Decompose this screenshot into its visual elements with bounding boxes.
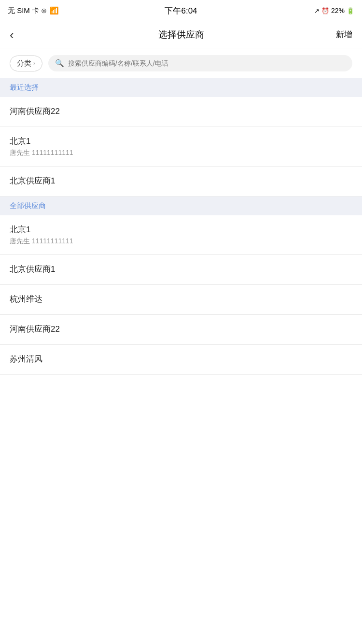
item-sub: 唐先生 11111111111 — [10, 149, 352, 157]
list-item[interactable]: 北京1唐先生 11111111111 — [0, 215, 362, 255]
all-section-header: 全部供应商 — [0, 196, 362, 215]
status-right: ↗ ⏰ 22% 🔋 — [314, 7, 354, 14]
chevron-right-icon: › — [33, 60, 35, 67]
item-name: 杭州维达 — [10, 294, 352, 305]
list-item[interactable]: 北京供应商1 — [0, 167, 362, 196]
list-item[interactable]: 杭州维达 — [0, 285, 362, 315]
item-name: 河南供应商22 — [10, 106, 352, 117]
item-name: 北京1 — [10, 224, 352, 235]
list-item[interactable]: 河南供应商22 — [0, 315, 362, 345]
search-box: 🔍 — [48, 55, 352, 71]
list-item[interactable]: 河南供应商22 — [0, 97, 362, 127]
status-left: 无 SIM 卡 ⊙ 📶 — [8, 6, 59, 15]
item-sub: 唐先生 11111111111 — [10, 237, 352, 246]
category-button[interactable]: 分类 › — [10, 56, 42, 71]
recent-section-header: 最近选择 — [0, 78, 362, 97]
status-time: 下午6:04 — [165, 5, 197, 16]
battery-icon: 🔋 — [347, 7, 354, 14]
add-button[interactable]: 新增 — [336, 29, 352, 40]
search-icon: 🔍 — [55, 59, 64, 68]
status-bar: 无 SIM 卡 ⊙ 📶 下午6:04 ↗ ⏰ 22% 🔋 — [0, 0, 362, 21]
recent-items-list: 河南供应商22北京1唐先生 11111111111北京供应商1 — [0, 97, 362, 196]
all-items-list: 北京1唐先生 11111111111北京供应商1杭州维达河南供应商22苏州清风 — [0, 215, 362, 375]
no-sim-label: 无 SIM 卡 ⊙ — [8, 6, 47, 15]
item-name: 苏州清风 — [10, 353, 352, 364]
search-input[interactable] — [68, 59, 346, 67]
page-title: 选择供应商 — [158, 28, 204, 41]
item-name: 北京供应商1 — [10, 264, 352, 275]
nav-bar: ‹ 选择供应商 新增 — [0, 21, 362, 48]
battery-label: 22% — [331, 7, 345, 14]
item-name: 北京供应商1 — [10, 175, 352, 186]
back-button[interactable]: ‹ — [10, 28, 14, 41]
category-label: 分类 — [17, 59, 31, 68]
item-name: 河南供应商22 — [10, 323, 352, 335]
wifi-icon: 📶 — [50, 6, 59, 15]
alarm-icon: ⏰ — [321, 7, 329, 14]
list-item[interactable]: 北京供应商1 — [0, 255, 362, 285]
list-item[interactable]: 北京1唐先生 11111111111 — [0, 127, 362, 167]
item-name: 北京1 — [10, 136, 352, 147]
list-item[interactable]: 苏州清风 — [0, 345, 362, 375]
location-icon: ↗ — [314, 7, 320, 14]
filter-bar: 分类 › 🔍 — [0, 48, 362, 78]
